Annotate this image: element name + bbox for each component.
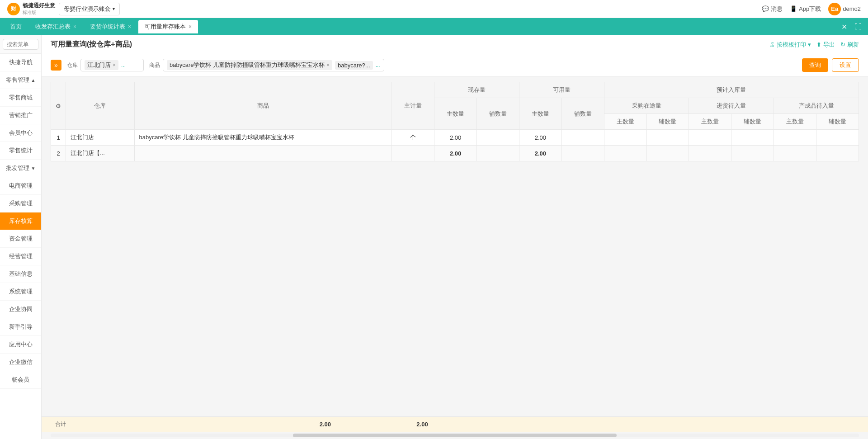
sidebar-item-retail-mall[interactable]: 零售商城 [0,89,41,107]
sidebar-item-marketing-label: 营销推广 [9,112,33,118]
table-header-row-1: ⚙ 仓库 商品 主计量 现存量 可用量 预计入库量 [51,82,859,98]
th-unit: 主计量 [392,82,434,130]
warehouse-tag-remove[interactable]: × [113,62,116,68]
tab-close-all[interactable]: ✕ [839,22,850,32]
refresh-button[interactable]: ↻ 刷新 [840,41,859,49]
sidebar-item-inventory-label: 库存核算 [9,217,33,224]
product-filter-input[interactable]: babycare学饮杯 儿童防摔防撞吸管杯重力球吸嘴杯宝宝水杯 × babyca… [163,59,384,71]
logo-icon: 财 [7,3,20,15]
row-1-avail-aux [561,130,604,146]
sidebar-item-retail-stats[interactable]: 零售统计 [0,142,41,160]
sidebar-item-system-mgmt[interactable]: 系统管理 [0,283,41,301]
row-1-current-aux [477,130,519,146]
top-bar-left: 财 畅捷通好生意 标准版 母婴行业演示账套 ▾ [7,2,120,16]
app-download-action[interactable]: 📱 App下载 [790,5,821,13]
sidebar-item-member-center[interactable]: 会员中心 [0,124,41,142]
refresh-icon: ↻ [840,41,845,48]
tab-receivable-close[interactable]: × [73,24,76,30]
sidebar-item-enterprise[interactable]: 企业协同 [0,301,41,318]
warehouse-filter-group: 仓库 江北门店 × ... [67,59,144,71]
th-inbound-pending: 进货待入量 [689,98,774,114]
horizontal-scrollbar[interactable] [51,434,859,437]
query-button[interactable]: 查询 [802,58,828,72]
product-tag-1: babycare学饮杯 儿童防摔防撞吸管杯重力球吸嘴杯宝宝水杯 × [167,60,332,70]
product-tag-1-remove[interactable]: × [326,62,330,68]
settings-button[interactable]: 设置 [832,58,859,72]
product-tag-1-label: babycare学饮杯 儿童防摔防撞吸管杯重力球吸嘴杯宝宝水杯 [170,61,325,69]
sidebar-item-operations-label: 经营管理 [9,253,33,260]
row-1-unit: 个 [392,130,434,146]
sidebar-item-ecommerce-mgmt-label: 电商管理 [9,182,33,189]
th-settings-icon[interactable]: ⚙ [51,82,66,130]
row-2-unit [392,146,434,161]
th-warehouse: 仓库 [66,82,135,130]
search-input[interactable] [3,39,38,50]
row-1-product: babycare学饮杯 儿童防摔防撞吸管杯重力球吸嘴杯宝宝水杯 [134,130,392,146]
table-container: ⚙ 仓库 商品 主计量 现存量 可用量 预计入库量 主数量 辅数量 主数量 辅数… [42,76,868,416]
filter-expand-button[interactable]: » [51,60,61,71]
tab-receivable-label: 收发存汇总表 [35,23,71,31]
nav-tabs: 首页 收发存汇总表 × 要货单统计表 × 可用量库存账本 × ✕ ⛶ [0,18,868,35]
industry-selector[interactable]: 母婴行业演示账套 ▾ [59,3,120,15]
tab-order-stats[interactable]: 要货单统计表 × [84,20,137,33]
sidebar-item-operations[interactable]: 经营管理 [0,248,41,265]
chevron-down-icon: ▲ [31,78,36,83]
refresh-label: 刷新 [847,41,859,49]
sidebar-item-wholesale-mgmt[interactable]: 批发管理 ▼ [0,160,41,177]
sidebar-item-finance[interactable]: 资金管理 [0,230,41,248]
print-button[interactable]: 🖨 按模板打印 ▾ [769,41,811,49]
sidebar-item-inventory[interactable]: 库存核算 [0,212,41,230]
sidebar-item-retail-stats-label: 零售统计 [9,147,33,154]
sidebar-item-marketing[interactable]: 营销推广 [0,107,41,124]
sidebar-item-app-center[interactable]: 应用中心 [0,336,41,354]
sidebar-item-purchase-mgmt[interactable]: 采购管理 [0,195,41,212]
tab-fullscreen[interactable]: ⛶ [852,22,864,32]
tab-available-stock-close[interactable]: × [189,24,192,30]
sidebar-item-retail-mgmt[interactable]: 零售管理 ▲ [0,71,41,89]
table-footer: 合计 2.00 2.00 [42,416,868,432]
sidebar-item-retail-mgmt-label: 零售管理 [6,76,29,84]
row-1-pp-main [774,130,816,146]
th-planned-inbound: 预计入库量 [604,82,859,98]
sidebar-item-newcomer[interactable]: 新手引导 [0,318,41,336]
th-current-stock: 现存量 [434,82,519,98]
warehouse-more-btn[interactable]: ... [121,62,126,68]
sidebar-item-enterprise-wechat-label: 企业微信 [9,359,33,365]
message-action[interactable]: 💬 消息 [762,5,783,13]
sidebar-item-wholesale-mgmt-label: 批发管理 [6,164,29,172]
tab-available-stock[interactable]: 可用量库存账本 × [138,20,198,33]
footer-available-main: 2.00 [374,421,471,428]
user-action[interactable]: Ea demo2 [828,3,861,15]
footer-row: 合计 2.00 2.00 [51,420,859,428]
sidebar-item-ecommerce-mgmt[interactable]: 电商管理 [0,177,41,195]
th-inbound-pending-aux: 辅数量 [731,114,774,130]
table-row: 1 江北门店 babycare学饮杯 儿童防摔防撞吸管杯重力球吸嘴杯宝宝水杯 个… [51,130,859,146]
th-inbound-pending-main: 主数量 [689,114,731,130]
tab-home[interactable]: 首页 [4,20,28,33]
th-production-pending-aux: 辅数量 [816,114,859,130]
dropdown-icon: ▾ [113,6,115,11]
export-icon: ⬆ [816,41,821,48]
tab-receivable[interactable]: 收发存汇总表 × [29,20,83,33]
sidebar-item-newcomer-label: 新手引导 [9,323,33,330]
th-avail-main-qty: 主数量 [519,98,561,130]
sidebar-item-member-label: 畅会员 [12,376,29,383]
row-2-pt-main [604,146,646,161]
row-2-no: 2 [51,146,66,161]
row-1-warehouse: 江北门店 [66,130,135,146]
scroll-thumb[interactable] [293,434,616,437]
print-dropdown-icon: ▾ [808,41,811,48]
sidebar-item-enterprise-wechat[interactable]: 企业微信 [0,354,41,371]
row-1-pt-aux [646,130,689,146]
sidebar-item-basic-info[interactable]: 基础信息 [0,265,41,283]
th-current-aux-qty: 辅数量 [477,98,519,130]
table-row: 2 江北门店【... 2.00 2.00 [51,146,859,161]
sidebar-item-quick-nav[interactable]: 快捷导航 [0,54,41,71]
row-1-ip-aux [731,130,774,146]
warehouse-filter-input[interactable]: 江北门店 × ... [80,59,144,71]
sidebar-item-member[interactable]: 畅会员 [0,371,41,389]
tab-order-stats-close[interactable]: × [128,24,131,30]
product-more-btn[interactable]: ... [376,62,380,68]
export-button[interactable]: ⬆ 导出 [816,41,835,49]
row-2-current-main: 2.00 [434,146,477,161]
